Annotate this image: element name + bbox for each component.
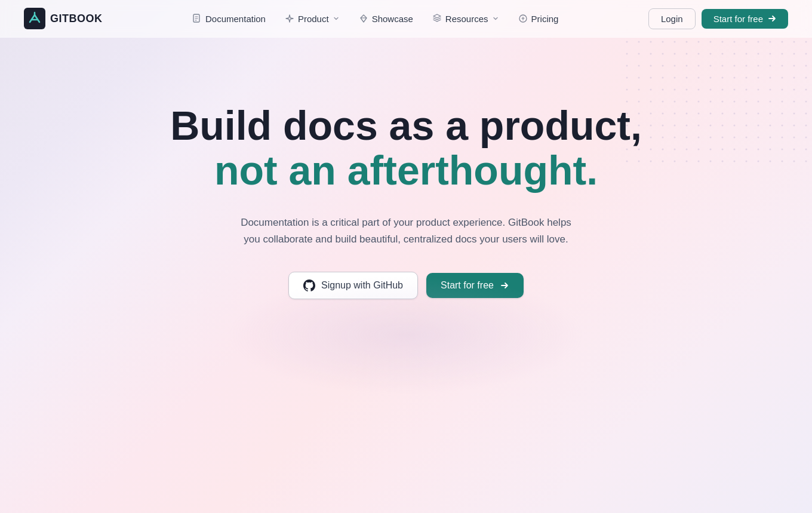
tag-icon [518, 14, 528, 23]
hero-title: Build docs as a product, not an aftertho… [170, 103, 642, 193]
navbar: GITBOOK Documentation Product [0, 0, 812, 38]
nav-links: Documentation Product Showca [184, 9, 567, 29]
logo-text: GITBOOK [50, 13, 103, 25]
hero-start-label: Start for free [441, 280, 494, 291]
logo-link[interactable]: GITBOOK [24, 8, 103, 29]
hero-title-line1: Build docs as a product, [170, 103, 642, 148]
nav-showcase[interactable]: Showcase [350, 9, 422, 29]
hero-actions: Signup with GitHub Start for free [288, 272, 524, 299]
resources-label: Resources [445, 14, 488, 24]
product-chevron-icon [333, 15, 340, 22]
nav-documentation[interactable]: Documentation [184, 9, 274, 29]
github-icon [303, 279, 315, 291]
nav-start-button[interactable]: Start for free [702, 9, 788, 29]
layers-icon [432, 14, 442, 23]
book-icon [192, 14, 202, 23]
gitbook-logo-icon [24, 8, 45, 29]
nav-product[interactable]: Product [276, 9, 348, 29]
resources-chevron-icon [492, 15, 499, 22]
login-button[interactable]: Login [648, 8, 696, 29]
github-signup-label: Signup with GitHub [321, 280, 403, 291]
sparkle-icon [285, 14, 294, 23]
svg-rect-2 [24, 8, 45, 29]
github-signup-button[interactable]: Signup with GitHub [288, 272, 418, 299]
product-label: Product [298, 14, 329, 24]
pricing-label: Pricing [531, 14, 559, 24]
nav-start-label: Start for free [713, 14, 763, 24]
diamond-icon [359, 14, 368, 23]
hero-section: Build docs as a product, not an aftertho… [0, 38, 812, 335]
arrow-right-icon [768, 14, 776, 23]
hero-arrow-right-icon [500, 281, 509, 290]
nav-pricing[interactable]: Pricing [510, 9, 567, 29]
nav-actions: Login Start for free [648, 8, 788, 29]
hero-subtitle: Documentation is a critical part of your… [239, 214, 573, 248]
hero-start-button[interactable]: Start for free [426, 273, 524, 298]
documentation-label: Documentation [205, 14, 266, 24]
nav-resources[interactable]: Resources [424, 9, 508, 29]
showcase-label: Showcase [372, 14, 413, 24]
hero-title-line2: not an afterthought. [170, 148, 642, 193]
